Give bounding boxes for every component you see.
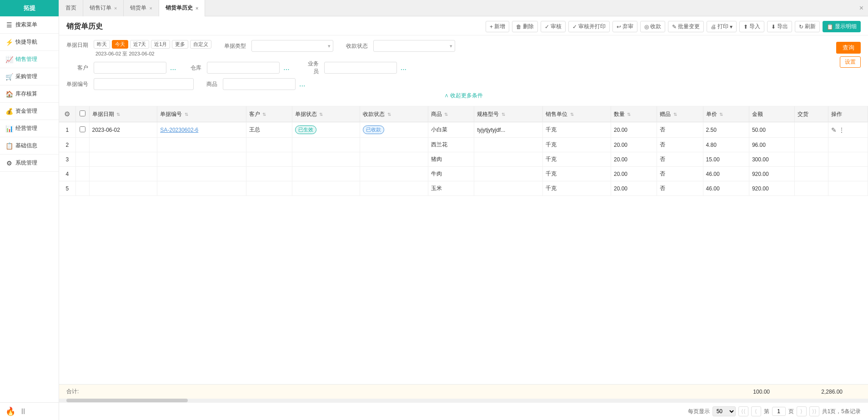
goods-sort-icon: ⇅ (444, 112, 448, 117)
tab-sales-order-close[interactable]: × (114, 5, 117, 11)
goods-ellipsis-btn[interactable]: ... (297, 80, 307, 88)
row-checkbox-cell[interactable] (75, 181, 89, 196)
tab-sales-delivery[interactable]: 销货单 × (124, 0, 159, 16)
doc-no-column-header[interactable]: 单据编号 ⇅ (157, 106, 246, 122)
date-chip-1month[interactable]: 近1月 (151, 40, 170, 49)
unit-column-header[interactable]: 销售单位 ⇅ (543, 106, 611, 122)
show-detail-button[interactable]: 📋 显示明细 (823, 21, 861, 32)
last-page-btn[interactable]: ⟩⟩ (809, 406, 819, 416)
settings-column-header[interactable]: ⚙ (59, 106, 75, 122)
customer-ellipsis-btn[interactable]: ... (168, 64, 178, 72)
row-action-cell (828, 152, 868, 167)
checkbox-column-header (75, 106, 89, 122)
prev-page-btn[interactable]: ⟨ (751, 406, 761, 416)
sidebar-item-inventory[interactable]: 🏠 库存核算 (0, 85, 59, 103)
delete-button[interactable]: 🗑 删除 (512, 21, 538, 32)
fire-icon[interactable]: 🔥 (5, 406, 15, 416)
sys-mgmt-icon: ⚙ (5, 160, 13, 167)
abandon-button[interactable]: ↩ 弃审 (612, 21, 637, 32)
salesperson-input[interactable] (324, 62, 397, 74)
goods-column-header[interactable]: 商品 ⇅ (428, 106, 474, 122)
unit-price-column-header[interactable]: 单价 ⇅ (703, 106, 749, 122)
page-input[interactable] (772, 407, 786, 416)
sidebar-logo: 拓提 (0, 0, 59, 16)
customer-input[interactable] (94, 62, 166, 74)
edit-icon[interactable]: ✎ (831, 126, 837, 134)
sidebar-item-finance-mgmt[interactable]: 💰 资金管理 (0, 103, 59, 120)
sidebar-item-purchase-mgmt[interactable]: 🛒 采购管理 (0, 68, 59, 85)
date-chip-7days[interactable]: 近7天 (130, 40, 149, 49)
collect-status-column-header[interactable]: 收款状态 ⇅ (360, 106, 428, 122)
row-checkbox-cell[interactable] (75, 138, 89, 152)
row-doc-no-cell[interactable] (157, 181, 246, 196)
horizontal-scrollbar[interactable] (59, 399, 868, 402)
row-checkbox[interactable] (80, 126, 85, 132)
goods-input[interactable] (223, 78, 296, 90)
set-button[interactable]: 设置 (840, 56, 861, 68)
row-checkbox-cell[interactable] (75, 167, 89, 181)
new-button[interactable]: + 新增 (486, 21, 509, 32)
warehouse-ellipsis-btn[interactable]: ... (281, 64, 291, 72)
first-page-btn[interactable]: ⟨⟨ (738, 406, 748, 416)
import-button[interactable]: ⬆ 导入 (739, 21, 764, 32)
sidebar-item-quick-nav[interactable]: ⚡ 快捷导航 (0, 34, 59, 51)
tab-sales-history[interactable]: 销货单历史 × (159, 0, 205, 16)
doc-type-label: 单据类型 (224, 42, 250, 50)
sidebar-item-sales-mgmt[interactable]: 📈 销售管理 (0, 51, 59, 68)
tab-sales-order[interactable]: 销售订单 × (83, 0, 124, 16)
batch-change-button[interactable]: ✎ 批量变更 (668, 21, 704, 32)
more-icon[interactable]: ⋮ (838, 126, 845, 134)
collect-status-select[interactable] (373, 40, 455, 52)
row-doc-no-cell[interactable]: SA-20230602-6 (157, 122, 246, 138)
audit-button[interactable]: ✓ 审核 (541, 21, 566, 32)
salesperson-ellipsis-btn[interactable]: ... (399, 64, 408, 72)
date-chip-more[interactable]: 更多 (172, 40, 188, 49)
customer-column-header[interactable]: 客户 ⇅ (246, 106, 292, 122)
export-button[interactable]: ⬇ 导出 (767, 21, 792, 32)
row-doc-no-cell[interactable] (157, 152, 246, 167)
query-button[interactable]: 查询 (836, 42, 861, 54)
doc-status-column-header[interactable]: 单据状态 ⇅ (292, 106, 360, 122)
date-range: 2023-06-02 至 2023-06-02 (95, 51, 155, 56)
pause-icon[interactable]: ⏸ (19, 407, 27, 416)
row-qty-cell: 20.00 (611, 152, 657, 167)
row-qty-cell: 20.00 (611, 181, 657, 196)
page-size-select[interactable]: 50 20 100 (712, 406, 736, 416)
settings-col-icon[interactable]: ⚙ (64, 110, 70, 118)
row-checkbox-cell[interactable] (75, 152, 89, 167)
sidebar-item-sys-mgmt[interactable]: ⚙ 系统管理 (0, 155, 59, 172)
doc-no-link[interactable]: SA-20230602-6 (160, 127, 198, 133)
row-checkbox-cell[interactable] (75, 122, 89, 138)
doc-no-input[interactable] (94, 78, 194, 90)
print-button[interactable]: 🖨 打印 ▾ (707, 21, 737, 32)
scrollbar-thumb[interactable] (66, 399, 188, 402)
date-column-header[interactable]: 单据日期 ⇅ (89, 106, 157, 122)
next-page-btn[interactable]: ⟩ (797, 406, 807, 416)
spec-column-header[interactable]: 规格型号 ⇅ (474, 106, 543, 122)
sidebar-item-ops-mgmt[interactable]: 📊 经营管理 (0, 120, 59, 137)
row-doc-no-cell[interactable] (157, 138, 246, 152)
warehouse-input[interactable] (207, 62, 280, 74)
doc-type-select[interactable] (251, 40, 333, 52)
row-doc-no-cell[interactable] (157, 167, 246, 181)
sidebar-item-basic-info[interactable]: 📋 基础信息 (0, 137, 59, 155)
date-chip-custom[interactable]: 自定义 (190, 40, 211, 49)
refresh-button[interactable]: ↻ 刷新 (795, 21, 820, 32)
sidebar-item-search-menu[interactable]: ☰ 搜索菜单 (0, 16, 59, 34)
row-gift-cell: 否 (657, 181, 703, 196)
collapse-more-btn[interactable]: ∧ 收起更多条件 (66, 90, 861, 101)
window-close-icon[interactable]: × (859, 4, 868, 12)
audit-print-button[interactable]: ✓ 审核并打印 (568, 21, 610, 32)
print-icon: 🖨 (711, 24, 716, 30)
tab-sales-history-close[interactable]: × (196, 5, 198, 11)
gift-column-header[interactable]: 赠品 ⇅ (657, 106, 703, 122)
row-unit-price-cell: 2.50 (703, 122, 749, 138)
tab-sales-delivery-close[interactable]: × (149, 5, 152, 11)
qty-column-header[interactable]: 数量 ⇅ (611, 106, 657, 122)
date-chip-yesterday[interactable]: 昨天 (94, 40, 110, 49)
date-chip-today[interactable]: 今天 (112, 40, 128, 49)
unit-sort-icon: ⇅ (570, 112, 574, 117)
select-all-checkbox[interactable] (80, 110, 85, 116)
collect-button[interactable]: ◎ 收款 (640, 21, 665, 32)
tab-home[interactable]: 首页 (59, 0, 83, 16)
